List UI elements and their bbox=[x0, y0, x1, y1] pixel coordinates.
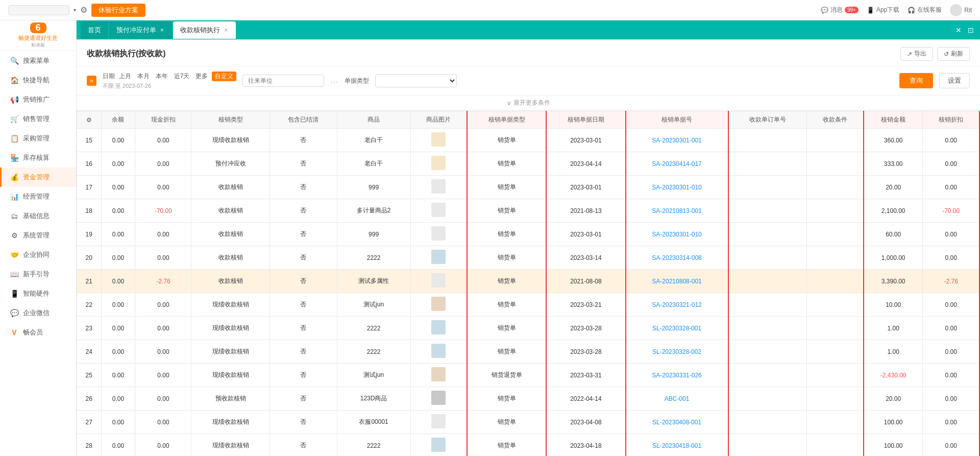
cell-verify-discount: 0.00 bbox=[923, 340, 979, 364]
cell-verify-bill-no[interactable]: SA-20230314-008 bbox=[626, 246, 728, 270]
bill-no-link[interactable]: SL-20230328-002 bbox=[652, 348, 701, 355]
refresh-button[interactable]: ↺ 刷新 bbox=[937, 47, 970, 61]
cell-verify-bill-no[interactable]: SA-20210813-001 bbox=[626, 199, 728, 223]
table-row: 27 0.00 0.00 现绩收款核销 否 衣服00001 销货单 2023-0… bbox=[77, 411, 980, 434]
tab-prepay-close[interactable]: × bbox=[159, 27, 165, 34]
sidebar-item-search[interactable]: 🔍 搜索菜单 bbox=[0, 51, 76, 70]
settings-icon: ⚙ bbox=[86, 116, 92, 124]
table-row: 18 0.00 -70.00 收款核销 否 多计量商品2 销货单 2021-08… bbox=[77, 199, 980, 223]
expand-more-button[interactable]: ∨ 展开更多条件 bbox=[507, 99, 550, 107]
bill-no-link[interactable]: SA-20230301-010 bbox=[652, 231, 701, 238]
tab-receipt[interactable]: 收款核销执行 × bbox=[173, 21, 236, 39]
cell-verify-bill-no[interactable]: SA-20230321-012 bbox=[626, 293, 728, 317]
cell-verify-bill-no[interactable]: SL-20230418-001 bbox=[626, 434, 728, 457]
sidebar-item-marketing[interactable]: 📢 营销推广 bbox=[0, 90, 76, 109]
cell-verify-bill-no[interactable]: SA-20230301-010 bbox=[626, 223, 728, 246]
cell-product: 123D商品 bbox=[337, 387, 410, 411]
bill-no-link[interactable]: SA-20230321-012 bbox=[652, 301, 701, 308]
expand-filter-button[interactable]: » bbox=[87, 76, 96, 86]
cell-verify-bill-no[interactable]: SA-20230331-026 bbox=[626, 364, 728, 387]
table-row: 22 0.00 0.00 现绩收款核销 否 测试jun 销货单 2023-03-… bbox=[77, 293, 980, 317]
cell-product-img bbox=[410, 340, 467, 364]
bill-no-link[interactable]: SA-20230414-017 bbox=[652, 160, 701, 167]
bill-no-link[interactable]: ABC-001 bbox=[665, 395, 690, 402]
message-button[interactable]: 💬 消息 99+ bbox=[821, 6, 859, 14]
sidebar-item-sales[interactable]: 🛒 销售管理 bbox=[0, 109, 76, 129]
search-input[interactable] bbox=[8, 5, 69, 15]
cell-verify-bill-date: 2023-03-01 bbox=[546, 129, 625, 152]
online-service-button[interactable]: 🎧 在线客服 bbox=[908, 6, 942, 14]
tab-close-all-button[interactable]: ✕ bbox=[953, 24, 964, 36]
app-download-button[interactable]: 📱 App下载 bbox=[867, 6, 899, 14]
more-date-button[interactable]: 更多 bbox=[193, 71, 210, 81]
sidebar-item-guide[interactable]: 📖 新手引导 bbox=[0, 265, 76, 284]
cell-verify-bill-no[interactable]: SA-20230414-017 bbox=[626, 152, 728, 176]
cell-verify-bill-type: 销货单 bbox=[467, 199, 546, 223]
tab-receipt-close[interactable]: × bbox=[223, 27, 229, 34]
sidebar-item-inventory[interactable]: 🏪 库存核算 bbox=[0, 148, 76, 167]
this-year-button[interactable]: 本年 bbox=[154, 71, 170, 81]
cell-verify-bill-type: 销货单 bbox=[467, 152, 546, 176]
cell-product-img bbox=[410, 129, 467, 152]
col-settings[interactable]: ⚙ bbox=[77, 111, 102, 129]
sidebar-item-operation[interactable]: 📊 经营管理 bbox=[0, 187, 76, 206]
sidebar-item-shortcut[interactable]: 🏠 快捷导航 bbox=[0, 70, 76, 90]
cell-product: 老白干 bbox=[337, 129, 410, 152]
sidebar-item-hardware[interactable]: 📱 智能硬件 bbox=[0, 284, 76, 303]
query-button[interactable]: 查询 bbox=[899, 73, 933, 88]
cell-product: 测试jun bbox=[337, 364, 410, 387]
user-menu[interactable]: Rit bbox=[950, 4, 972, 16]
cell-balance: 0.00 bbox=[101, 176, 135, 199]
cell-cash-discount: 0.00 bbox=[135, 340, 191, 364]
cell-verify-bill-no[interactable]: SL-20230328-001 bbox=[626, 317, 728, 340]
col-receipt-condition: 收款条件 bbox=[807, 111, 864, 129]
sidebar-item-enterprise[interactable]: 🤝 企业协同 bbox=[0, 245, 76, 265]
bill-no-link[interactable]: SA-20230331-026 bbox=[652, 372, 701, 379]
cell-verify-type: 现绩收款核销 bbox=[191, 411, 270, 434]
sidebar-item-purchase[interactable]: 📋 采购管理 bbox=[0, 129, 76, 148]
cell-verify-discount: 0.00 bbox=[923, 152, 979, 176]
cell-balance: 0.00 bbox=[101, 364, 135, 387]
cell-receipt-order-no bbox=[728, 246, 807, 270]
sidebar-item-wechat[interactable]: 💬 企业微信 bbox=[0, 303, 76, 323]
this-month-button[interactable]: 本月 bbox=[135, 71, 152, 81]
bill-no-link[interactable]: SA-20230314-008 bbox=[652, 254, 701, 261]
tab-home[interactable]: 首页 bbox=[81, 21, 108, 39]
sidebar-item-basic[interactable]: 🗂 基础信息 bbox=[0, 206, 76, 226]
cell-verify-bill-no[interactable]: ABC-001 bbox=[626, 387, 728, 411]
cell-verify-bill-no[interactable]: SL-20230408-001 bbox=[626, 411, 728, 434]
bill-no-link[interactable]: SL-20230408-001 bbox=[652, 419, 701, 426]
cell-verify-bill-no[interactable]: SA-20230301-001 bbox=[626, 129, 728, 152]
gear-button[interactable]: ⚙ bbox=[80, 5, 87, 15]
bill-no-link[interactable]: SA-20210808-001 bbox=[652, 278, 701, 285]
tab-prepay[interactable]: 预付冲应付单 × bbox=[109, 21, 172, 39]
top-bar-left: ▾ ⚙ 休验行业方案 bbox=[8, 4, 816, 17]
sidebar-item-finance[interactable]: 💰 资金管理 bbox=[0, 167, 76, 187]
cell-verify-bill-no[interactable]: SA-20230301-010 bbox=[626, 176, 728, 199]
cell-verify-bill-no[interactable]: SA-20210808-001 bbox=[626, 270, 728, 293]
setting-button[interactable]: 设置 bbox=[939, 73, 970, 88]
bill-no-link[interactable]: SA-20210813-001 bbox=[652, 207, 701, 214]
sidebar-item-member[interactable]: V 畅会员 bbox=[0, 323, 76, 342]
export-button[interactable]: ↗ 导出 bbox=[900, 47, 933, 61]
table-row: 16 0.00 0.00 预付冲应收 否 老白干 销货单 2023-04-14 … bbox=[77, 152, 980, 176]
cell-receipt-order-no bbox=[728, 340, 807, 364]
sidebar-item-system[interactable]: ⚙ 系统管理 bbox=[0, 226, 76, 245]
single-type-select[interactable] bbox=[375, 74, 457, 87]
custom-date-button[interactable]: 自定义 bbox=[212, 71, 236, 81]
industry-button[interactable]: 休验行业方案 bbox=[91, 4, 145, 17]
last-month-button[interactable]: 上月 bbox=[117, 71, 133, 81]
logo-area: 6 畅捷通谱好生意 标准版 bbox=[0, 20, 76, 51]
cell-verify-bill-no[interactable]: SL-20230328-002 bbox=[626, 340, 728, 364]
cell-receipt-condition bbox=[807, 223, 864, 246]
last-7days-button[interactable]: 近7天 bbox=[172, 71, 192, 81]
bill-no-link[interactable]: SL-20230418-001 bbox=[652, 442, 701, 449]
from-unit-input[interactable] bbox=[242, 75, 324, 87]
sidebar-nav: 🔍 搜索菜单 🏠 快捷导航 📢 营销推广 🛒 销售管理 📋 采购管理 🏪 bbox=[0, 51, 76, 456]
bill-no-link[interactable]: SA-20230301-001 bbox=[652, 137, 701, 144]
bill-no-link[interactable]: SL-20230328-001 bbox=[652, 325, 701, 332]
cell-verify-amount: 360.00 bbox=[864, 129, 923, 152]
cell-receipt-condition bbox=[807, 317, 864, 340]
tab-maximize-button[interactable]: ⊡ bbox=[966, 24, 976, 36]
bill-no-link[interactable]: SA-20230301-010 bbox=[652, 184, 701, 191]
